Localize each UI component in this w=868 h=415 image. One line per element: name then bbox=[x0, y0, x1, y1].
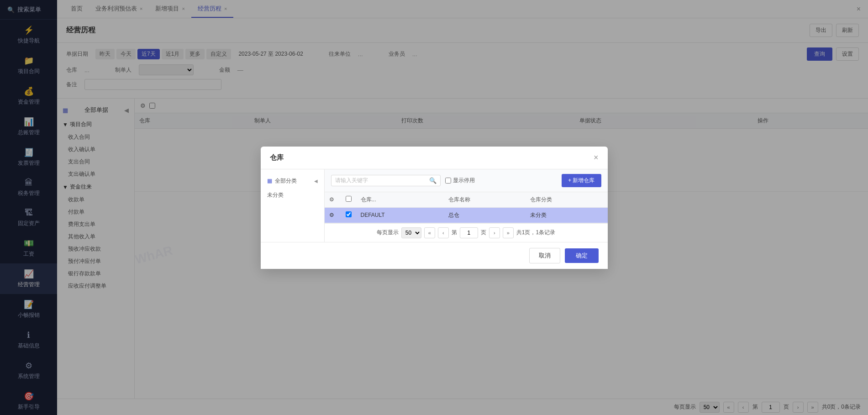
modal-search-box[interactable]: 🔍 bbox=[331, 175, 441, 186]
modal-select-all[interactable] bbox=[346, 196, 352, 202]
modal-right-panel: 🔍 显示停用 + 新增仓库 ⚙ 仓库... bbox=[325, 169, 608, 242]
row-category: 未分类 bbox=[526, 207, 607, 223]
warehouse-modal: 仓库 × ▦ 全部分类 ◀ 未分类 🔍 bbox=[261, 147, 608, 269]
modal-search-input[interactable] bbox=[335, 177, 426, 184]
category-icon: ▦ bbox=[267, 178, 272, 184]
modal-right-toolbar: 🔍 显示停用 + 新增仓库 bbox=[325, 169, 608, 192]
cancel-button[interactable]: 取消 bbox=[529, 248, 560, 263]
row-code: DEFAULT bbox=[356, 207, 444, 223]
modal-page-word: 第 bbox=[452, 229, 457, 236]
modal-left-panel: ▦ 全部分类 ◀ 未分类 bbox=[261, 169, 325, 242]
modal-next-page[interactable]: › bbox=[489, 227, 500, 238]
row-name: 总仓 bbox=[444, 207, 526, 223]
show-disabled-label[interactable]: 显示停用 bbox=[445, 177, 475, 184]
col-category-header: 仓库分类 bbox=[526, 192, 607, 208]
modal-page-size-label: 每页显示 bbox=[377, 229, 399, 236]
modal-body: ▦ 全部分类 ◀ 未分类 🔍 显示停用 bbox=[261, 169, 608, 242]
row-select-checkbox[interactable] bbox=[346, 211, 352, 217]
row-settings[interactable]: ⚙ bbox=[325, 207, 341, 223]
add-warehouse-button[interactable]: + 新增仓库 bbox=[562, 174, 601, 187]
modal-total-label: 共1页，1条记录 bbox=[516, 229, 555, 236]
modal-table-header-row: ⚙ 仓库... 仓库名称 仓库分类 bbox=[325, 192, 608, 208]
modal-search-icon: 🔍 bbox=[429, 177, 437, 184]
modal-title: 仓库 bbox=[270, 153, 284, 162]
modal-table-wrap: ⚙ 仓库... 仓库名称 仓库分类 ⚙ DEFAULT 总仓 未分类 bbox=[325, 192, 608, 223]
all-category-label: 全部分类 bbox=[275, 177, 297, 185]
uncategorized-label: 未分类 bbox=[267, 191, 284, 199]
modal-pagination: 每页显示 50 « ‹ 第 页 › » 共1页，1条记录 bbox=[325, 223, 608, 242]
col-name-header: 仓库名称 bbox=[444, 192, 526, 208]
modal-page-size-select[interactable]: 50 bbox=[401, 227, 421, 238]
modal-footer: 取消 确定 bbox=[261, 242, 608, 269]
col-checkbox-header[interactable] bbox=[341, 192, 356, 208]
modal-prev-page[interactable]: ‹ bbox=[438, 227, 449, 238]
modal-warehouse-table: ⚙ 仓库... 仓库名称 仓库分类 ⚙ DEFAULT 总仓 未分类 bbox=[325, 192, 608, 223]
show-disabled-text: 显示停用 bbox=[453, 177, 475, 184]
col-code-header: 仓库... bbox=[356, 192, 444, 208]
modal-first-page[interactable]: « bbox=[424, 227, 435, 238]
row-checkbox[interactable] bbox=[341, 207, 356, 223]
modal-left-all-category[interactable]: ▦ 全部分类 ◀ bbox=[261, 174, 324, 188]
modal-close-button[interactable]: × bbox=[594, 153, 599, 163]
modal-left-uncategorized[interactable]: 未分类 bbox=[261, 188, 324, 202]
show-disabled-checkbox[interactable] bbox=[445, 178, 451, 184]
col-settings[interactable]: ⚙ bbox=[325, 192, 341, 208]
modal-overlay: 仓库 × ▦ 全部分类 ◀ 未分类 🔍 bbox=[0, 0, 868, 415]
left-panel-collapse-icon[interactable]: ◀ bbox=[314, 179, 318, 184]
modal-header: 仓库 × bbox=[261, 147, 608, 169]
modal-page-label: 页 bbox=[481, 229, 486, 236]
modal-page-input[interactable] bbox=[460, 227, 478, 238]
modal-last-page[interactable]: » bbox=[503, 227, 514, 238]
confirm-button[interactable]: 确定 bbox=[565, 248, 599, 263]
modal-table-row[interactable]: ⚙ DEFAULT 总仓 未分类 bbox=[325, 207, 608, 223]
